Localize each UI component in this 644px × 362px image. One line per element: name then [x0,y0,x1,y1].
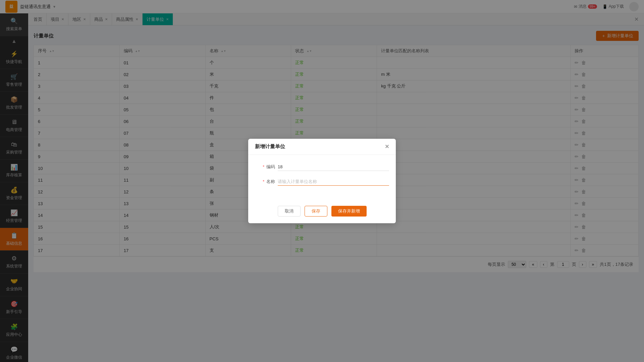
name-input[interactable] [278,178,389,186]
save-button[interactable]: 保存 [305,206,327,217]
dialog-body: * 编码 * 名称 [248,155,396,200]
add-unit-dialog: 新增计量单位 ✕ * 编码 * 名称 取消 保存 保存并新增 [248,139,396,223]
code-input[interactable] [278,163,389,171]
name-required-mark: * [263,179,264,184]
name-field-row: * 名称 [255,178,389,186]
dialog-header: 新增计量单位 ✕ [248,139,396,155]
code-required-mark: * [263,164,264,169]
dialog-footer: 取消 保存 保存并新增 [248,200,396,223]
code-field-row: * 编码 [255,163,389,171]
dialog-close-button[interactable]: ✕ [385,143,389,150]
name-label: * 名称 [255,179,275,185]
modal-overlay: 新增计量单位 ✕ * 编码 * 名称 取消 保存 保存并新增 [0,0,644,362]
cancel-button[interactable]: 取消 [278,206,301,217]
dialog-title: 新增计量单位 [255,143,285,150]
save-and-new-button[interactable]: 保存并新增 [331,206,367,217]
code-label: * 编码 [255,164,275,170]
